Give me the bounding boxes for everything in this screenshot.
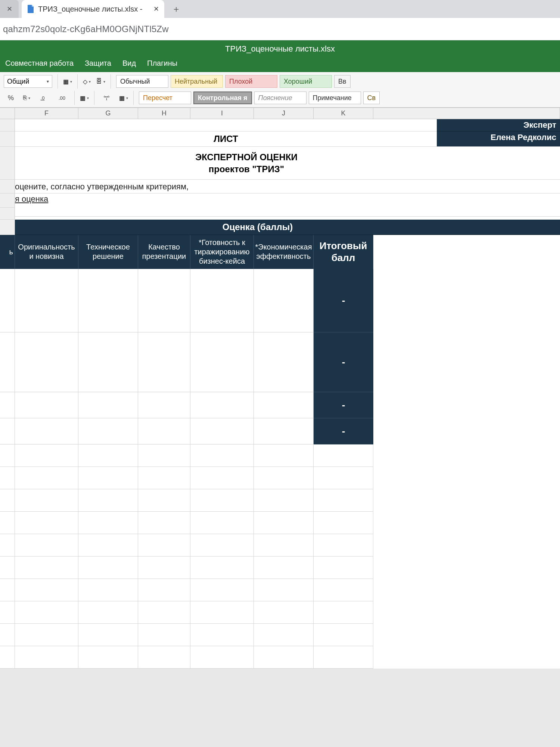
column-header[interactable]: G: [78, 108, 138, 119]
header-total[interactable]: Итоговый балл: [314, 235, 373, 269]
insert-cells-button[interactable]: ▦▾: [63, 78, 72, 85]
cell[interactable]: [15, 444, 78, 467]
cell[interactable]: [78, 392, 138, 418]
row-header[interactable]: [0, 180, 15, 193]
total-cell[interactable]: -: [314, 392, 373, 418]
cell[interactable]: [190, 444, 254, 467]
cell[interactable]: [254, 444, 314, 467]
cell[interactable]: [314, 534, 373, 557]
cell[interactable]: [15, 119, 437, 131]
row-header[interactable]: [0, 512, 15, 534]
instruction-link-cell[interactable]: я оценка: [15, 193, 560, 208]
row-header[interactable]: [0, 119, 15, 131]
filter-button[interactable]: 🝖: [100, 92, 114, 104]
cell[interactable]: [314, 489, 373, 512]
row-header[interactable]: [0, 220, 15, 235]
instruction-cell[interactable]: оцените, согласно утвержденным критериям…: [15, 180, 560, 193]
row-header[interactable]: [0, 131, 15, 147]
cell[interactable]: [190, 601, 254, 624]
cell[interactable]: [254, 489, 314, 512]
cell[interactable]: [15, 557, 78, 579]
cell[interactable]: [190, 557, 254, 579]
cell[interactable]: [138, 579, 190, 601]
cell[interactable]: [15, 534, 78, 557]
row-header[interactable]: [0, 534, 15, 557]
cell[interactable]: [78, 269, 138, 332]
accounting-format-button[interactable]: ⎘▾: [23, 94, 30, 101]
row-header[interactable]: [0, 269, 15, 332]
total-cell[interactable]: -: [314, 269, 373, 332]
menu-plugins[interactable]: Плагины: [147, 59, 177, 68]
subtitle-cell[interactable]: ЭКСПЕРТНОЙ ОЦЕНКИ проектов "ТРИЗ": [15, 147, 560, 180]
cell[interactable]: [15, 624, 78, 646]
cell[interactable]: [254, 269, 314, 332]
cell[interactable]: [78, 467, 138, 489]
cell[interactable]: [190, 534, 254, 557]
cell[interactable]: [254, 392, 314, 418]
cell[interactable]: [254, 601, 314, 624]
column-header[interactable]: I: [190, 108, 254, 119]
row-header[interactable]: [0, 392, 15, 418]
header-originality[interactable]: Оригинальность и новизна: [15, 235, 78, 269]
cell[interactable]: [78, 512, 138, 534]
cell[interactable]: [190, 418, 254, 444]
menu-collaboration[interactable]: Совместная работа: [5, 59, 74, 68]
cell[interactable]: [15, 512, 78, 534]
cell[interactable]: [15, 646, 78, 669]
cell[interactable]: [78, 534, 138, 557]
cell[interactable]: [138, 601, 190, 624]
cell[interactable]: [138, 512, 190, 534]
score-title-cell[interactable]: Оценка (баллы): [15, 220, 500, 235]
cell[interactable]: [314, 467, 373, 489]
cell[interactable]: [15, 392, 78, 418]
cell[interactable]: [314, 624, 373, 646]
number-format-dropdown[interactable]: Общий ▾: [4, 75, 52, 88]
row-header[interactable]: [0, 601, 15, 624]
row-header[interactable]: [0, 624, 15, 646]
cell[interactable]: [78, 444, 138, 467]
cell[interactable]: [314, 557, 373, 579]
cell[interactable]: [314, 512, 373, 534]
cell[interactable]: [138, 646, 190, 669]
url-bar[interactable]: qahzm72s0qolz-cKg6aHM0OGNjNTl5Zw: [0, 18, 560, 40]
cell[interactable]: [254, 512, 314, 534]
column-header[interactable]: F: [15, 108, 78, 119]
cell[interactable]: [314, 444, 373, 467]
column-header[interactable]: K: [314, 108, 373, 119]
cell[interactable]: [15, 332, 78, 392]
cell[interactable]: [78, 557, 138, 579]
cell[interactable]: [254, 418, 314, 444]
header-economic[interactable]: *Экономическая эффективность: [254, 235, 314, 269]
row-header[interactable]: [0, 444, 15, 467]
cell[interactable]: [190, 624, 254, 646]
cell[interactable]: [138, 624, 190, 646]
row-header[interactable]: [0, 646, 15, 669]
cell[interactable]: [254, 579, 314, 601]
header-readiness[interactable]: *Готовность к тиражированию бизнес-кейса: [190, 235, 254, 269]
style-calculation[interactable]: Пересчет: [139, 92, 191, 104]
cell[interactable]: [78, 646, 138, 669]
cell[interactable]: [190, 392, 254, 418]
cell[interactable]: [15, 489, 78, 512]
prev-tab-close-icon[interactable]: ✕: [0, 0, 19, 18]
row-header[interactable]: [0, 193, 15, 208]
cell[interactable]: [190, 489, 254, 512]
total-cell[interactable]: -: [314, 332, 373, 392]
style-normal[interactable]: Обычный: [116, 75, 168, 88]
row-header[interactable]: [0, 208, 15, 220]
style-check-cell[interactable]: Контрольная я: [193, 92, 252, 104]
style-bad[interactable]: Плохой: [225, 75, 277, 88]
cell[interactable]: [138, 418, 190, 444]
row-header[interactable]: [0, 467, 15, 489]
cell[interactable]: [190, 269, 254, 332]
row-header[interactable]: [0, 557, 15, 579]
header-quality[interactable]: Качество презентации: [138, 235, 190, 269]
style-linked[interactable]: Св: [363, 92, 380, 104]
column-header[interactable]: H: [138, 108, 190, 119]
delete-cells-button[interactable]: ▦▾: [80, 94, 89, 102]
cell[interactable]: [190, 467, 254, 489]
cell[interactable]: [314, 579, 373, 601]
cell[interactable]: [15, 208, 560, 217]
cell[interactable]: [138, 332, 190, 392]
cell[interactable]: [314, 646, 373, 669]
